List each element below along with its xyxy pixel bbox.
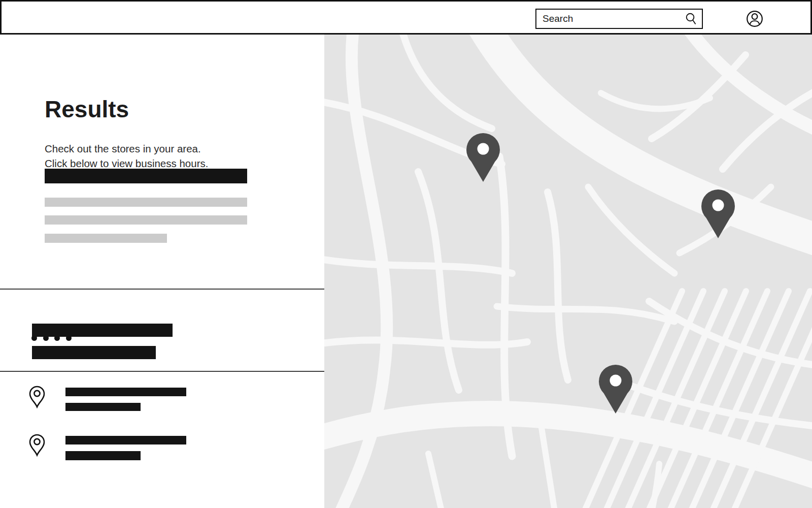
store-list-item[interactable] [0, 433, 324, 464]
top-nav-bar [0, 0, 812, 35]
store-locator-page: Results Check out the stores in your are… [0, 0, 812, 508]
store-info-placeholder [32, 346, 156, 359]
text-placeholder-bar [45, 198, 247, 207]
store-name-placeholder [65, 436, 186, 444]
location-pin-outline-icon [28, 385, 46, 408]
store-name-placeholder [65, 388, 186, 396]
featured-store-title-placeholder[interactable] [45, 169, 247, 183]
panel-description: Check out the stores in your area. Click… [45, 142, 208, 171]
user-profile-icon[interactable] [746, 10, 763, 27]
location-pin-outline-icon [28, 433, 46, 457]
store-list-item[interactable] [0, 385, 324, 416]
description-line-1: Check out the stores in your area. [45, 142, 208, 156]
search-input[interactable] [536, 13, 685, 24]
magnifier-icon[interactable] [685, 12, 698, 26]
store-hours-placeholder [65, 403, 141, 411]
hamburger-menu-icon[interactable] [47, 12, 66, 25]
store-name-placeholder [32, 324, 173, 337]
results-panel: Results Check out the stores in your are… [0, 35, 324, 508]
divider [0, 289, 324, 290]
text-placeholder-bar [45, 215, 247, 225]
search-box [535, 9, 703, 29]
divider [0, 371, 324, 372]
page-title: Results [45, 96, 129, 123]
text-placeholder-bar [45, 234, 167, 243]
store-hours-placeholder [65, 451, 141, 460]
map-canvas[interactable] [324, 35, 812, 508]
